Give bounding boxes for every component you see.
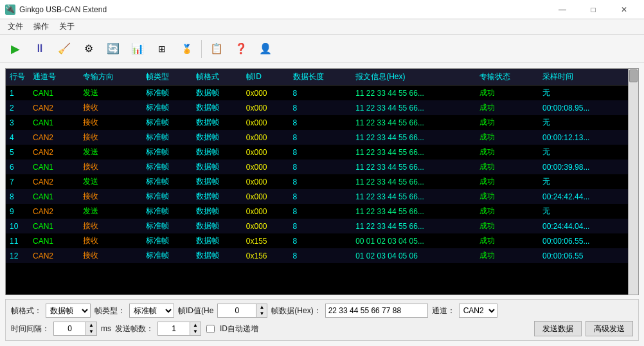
cell-dir: 发送 xyxy=(79,204,142,219)
cell-status: 成功 xyxy=(476,86,539,101)
cell-dir: 接收 xyxy=(79,100,142,115)
frame-id-input[interactable] xyxy=(217,304,256,318)
cell-row: 10 xyxy=(6,219,29,233)
control-row-2: 时间间隔： ▲ ▼ ms 发送帧数： ▲ ▼ ID自动递增 发送数据 xyxy=(11,321,633,336)
cell-data: 11 22 33 44 55 66... xyxy=(352,115,476,130)
frame-format-select[interactable]: 数据帧 远程帧 xyxy=(46,304,91,318)
menu-file[interactable]: 文件 xyxy=(3,19,28,34)
send-count-down-arrow[interactable]: ▼ xyxy=(190,329,201,335)
cell-len: 8 xyxy=(289,174,352,189)
cell-fformat: 数据帧 xyxy=(192,204,242,219)
cell-row: 7 xyxy=(6,174,29,189)
play-button[interactable]: ▶ xyxy=(4,37,27,60)
time-down-arrow[interactable]: ▼ xyxy=(86,329,96,335)
cell-len: 8 xyxy=(289,100,352,115)
cell-row: 3 xyxy=(6,115,29,130)
cell-dir: 接收 xyxy=(79,189,142,204)
cell-row: 5 xyxy=(6,145,29,159)
cell-dir: 发送 xyxy=(79,145,142,159)
filter-button[interactable]: 🏅 xyxy=(175,37,198,60)
refresh-button[interactable]: 🔄 xyxy=(102,37,125,60)
frame-data-input[interactable] xyxy=(325,304,428,318)
cell-id: 0x156 xyxy=(242,248,289,263)
cell-time: 无 xyxy=(539,115,628,130)
time-interval-input[interactable] xyxy=(53,322,85,336)
table-row: 6 CAN1 接收 标准帧 数据帧 0x000 8 11 22 33 44 55… xyxy=(6,159,628,174)
control-row-1: 帧格式： 数据帧 远程帧 帧类型： 标准帧 扩展帧 帧ID值(He ▲ ▼ 帧数… xyxy=(11,304,633,318)
app-icon: 🔌 xyxy=(5,5,15,15)
cell-data: 11 22 33 44 55 66... xyxy=(352,174,476,189)
frame-id-down-arrow[interactable]: ▼ xyxy=(256,311,267,317)
help-button[interactable]: ❓ xyxy=(229,37,253,60)
settings-button[interactable]: ⚙ xyxy=(77,37,100,60)
cell-channel: CAN1 xyxy=(29,233,79,248)
channel-select[interactable]: CAN1 CAN2 xyxy=(459,304,497,318)
cell-len: 8 xyxy=(289,233,352,248)
menu-operate[interactable]: 操作 xyxy=(28,19,54,34)
cell-time: 00:00:08.95... xyxy=(539,100,628,115)
pause-button[interactable]: ⏸ xyxy=(28,37,51,60)
col-header-channel: 通道号 xyxy=(29,69,79,86)
cell-row: 1 xyxy=(6,86,29,101)
control-panel: 帧格式： 数据帧 远程帧 帧类型： 标准帧 扩展帧 帧ID值(He ▲ ▼ 帧数… xyxy=(5,299,639,341)
frame-id-up-arrow[interactable]: ▲ xyxy=(256,304,267,311)
cell-dir: 接收 xyxy=(79,219,142,233)
scrollbar-thumb[interactable] xyxy=(629,69,638,82)
cell-channel: CAN1 xyxy=(29,159,79,174)
time-interval-spinner: ▲ ▼ xyxy=(53,322,97,336)
frame-id-spinner: ▲ ▼ xyxy=(217,304,267,318)
advanced-send-button[interactable]: 高级发送 xyxy=(586,321,633,336)
cell-row: 4 xyxy=(6,130,29,145)
cell-id: 0x000 xyxy=(242,174,289,189)
auto-id-checkbox[interactable] xyxy=(206,325,215,333)
cell-status: 成功 xyxy=(476,204,539,219)
cell-id: 0x000 xyxy=(242,115,289,130)
cell-channel: CAN1 xyxy=(29,189,79,204)
cell-time: 00:00:39.98... xyxy=(539,159,628,174)
cell-len: 8 xyxy=(289,159,352,174)
table-row: 10 CAN1 接收 标准帧 数据帧 0x000 8 11 22 33 44 5… xyxy=(6,219,628,233)
minimize-button[interactable]: — xyxy=(548,0,577,19)
cell-fformat: 数据帧 xyxy=(192,130,242,145)
cell-data: 11 22 33 44 55 66... xyxy=(352,204,476,219)
cell-len: 8 xyxy=(289,145,352,159)
cell-ftype: 标准帧 xyxy=(142,219,192,233)
cell-row: 2 xyxy=(6,100,29,115)
auto-id-label: ID自动递增 xyxy=(220,323,258,334)
cell-time: 00:24:42.44... xyxy=(539,189,628,204)
send-data-button[interactable]: 发送数据 xyxy=(534,321,582,336)
send-count-input[interactable] xyxy=(157,322,190,336)
table-row: 1 CAN1 发送 标准帧 数据帧 0x000 8 11 22 33 44 55… xyxy=(6,86,628,101)
cell-ftype: 标准帧 xyxy=(142,248,192,263)
cell-row: 8 xyxy=(6,189,29,204)
cell-fformat: 数据帧 xyxy=(192,189,242,204)
cell-channel: CAN2 xyxy=(29,204,79,219)
frame-type-select[interactable]: 标准帧 扩展帧 xyxy=(129,304,174,318)
frame-data-label: 帧数据(Hex)： xyxy=(271,305,321,316)
cell-status: 成功 xyxy=(476,159,539,174)
cell-channel: CAN2 xyxy=(29,248,79,263)
cell-channel: CAN1 xyxy=(29,86,79,101)
maximize-button[interactable]: □ xyxy=(578,0,608,19)
cell-status: 成功 xyxy=(476,145,539,159)
file-button[interactable]: 📋 xyxy=(205,37,228,60)
cell-ftype: 标准帧 xyxy=(142,174,192,189)
grid-button[interactable]: ⊞ xyxy=(150,37,174,60)
cell-time: 无 xyxy=(539,204,628,219)
close-button[interactable]: ✕ xyxy=(609,0,639,19)
time-up-arrow[interactable]: ▲ xyxy=(86,322,96,329)
menu-about[interactable]: 关于 xyxy=(54,19,80,34)
send-count-up-arrow[interactable]: ▲ xyxy=(190,322,201,329)
user-button[interactable]: 👤 xyxy=(254,37,277,60)
chart-button[interactable]: 📊 xyxy=(126,37,149,60)
cell-data: 11 22 33 44 55 66... xyxy=(352,130,476,145)
clear-button[interactable]: 🧹 xyxy=(53,37,76,60)
frame-format-label: 帧格式： xyxy=(11,305,42,316)
scrollbar[interactable] xyxy=(628,69,638,295)
table-scroll-area[interactable]: 行号 通道号 专输方向 帧类型 帧格式 帧ID 数据长度 报文信息(Hex) 专… xyxy=(6,69,638,295)
cell-channel: CAN2 xyxy=(29,174,79,189)
main-content: 行号 通道号 专输方向 帧类型 帧格式 帧ID 数据长度 报文信息(Hex) 专… xyxy=(0,63,644,346)
cell-len: 8 xyxy=(289,115,352,130)
cell-ftype: 标准帧 xyxy=(142,115,192,130)
cell-row: 11 xyxy=(6,233,29,248)
